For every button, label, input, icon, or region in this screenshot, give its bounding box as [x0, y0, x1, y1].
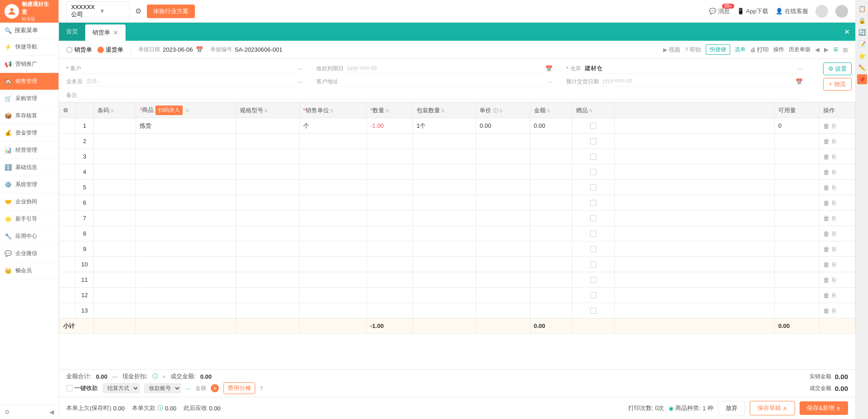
th-settings[interactable]: ⚙	[59, 103, 76, 118]
expected-date-calendar-icon[interactable]: 📅	[795, 78, 803, 85]
row-gift-cell[interactable]	[572, 303, 614, 318]
row-gift-cell[interactable]	[572, 164, 614, 180]
tab-home[interactable]: 首页	[59, 23, 85, 41]
row-amount-cell[interactable]	[530, 211, 572, 226]
row-amount-cell[interactable]	[530, 288, 572, 303]
scan-btn[interactable]: 扫码录入	[155, 106, 183, 115]
grid-view-icon[interactable]: ⊞	[843, 46, 848, 53]
row-qty-cell[interactable]	[366, 211, 412, 226]
tab-sales-order[interactable]: 销货单 ✕	[85, 24, 126, 41]
salesperson-more-icon[interactable]: ···	[298, 78, 303, 85]
row-spec-cell[interactable]	[236, 226, 299, 241]
right-panel-icon-3[interactable]: 📝	[857, 39, 867, 49]
customer-address-more-icon[interactable]: ···	[548, 78, 553, 85]
window-close-icon[interactable]: ✕	[844, 28, 850, 36]
row-price-cell[interactable]: 0.00	[476, 118, 530, 134]
row-delete-btn[interactable]: 🗑	[823, 230, 829, 237]
account-more-icon[interactable]: ···	[186, 385, 191, 392]
row-delete-btn[interactable]: 🗑	[823, 307, 829, 314]
radio-sale[interactable]: 销货单	[66, 46, 92, 54]
row-delete-btn[interactable]: 🗑	[823, 261, 829, 268]
row-copy-btn[interactable]: ⎘	[832, 199, 836, 207]
row-unit-cell[interactable]	[299, 241, 366, 257]
row-unit-cell[interactable]	[299, 288, 366, 303]
row-gift-cell[interactable]	[572, 288, 614, 303]
row-delete-btn[interactable]: 🗑	[823, 199, 829, 207]
customer-more-icon[interactable]: ···	[298, 65, 303, 72]
row-delete-btn[interactable]: 🗑	[823, 138, 829, 145]
row-delete-btn[interactable]: 🗑	[823, 276, 829, 284]
row-amount-cell[interactable]	[530, 272, 572, 288]
row-price-cell[interactable]	[476, 180, 530, 195]
sidebar-item-guide[interactable]: 🌟 新手引导	[0, 211, 58, 228]
right-panel-icon-0[interactable]: 📋	[857, 4, 867, 14]
history-btn[interactable]: 历史单据	[789, 46, 810, 53]
sidebar-item-member[interactable]: 👑 畅会员	[0, 262, 58, 279]
row-copy-btn[interactable]: ⎘	[832, 169, 836, 176]
row-gift-cell[interactable]	[572, 195, 614, 211]
row-price-cell[interactable]	[476, 288, 530, 303]
row-pack-qty-cell[interactable]	[413, 272, 476, 288]
sidebar-collapse-icon[interactable]: ◀	[49, 409, 54, 415]
row-delete-btn[interactable]: 🗑	[823, 292, 829, 299]
sidebar-item-system[interactable]: ⚙️ 系统管理	[0, 176, 58, 193]
right-panel-icon-5[interactable]: ✏️	[857, 63, 867, 72]
row-price-cell[interactable]	[476, 257, 530, 272]
sidebar-item-corpwechat[interactable]: 💬 企业微信	[0, 245, 58, 262]
row-unit-cell[interactable]	[299, 303, 366, 318]
row-unit-cell[interactable]	[299, 134, 366, 149]
row-copy-btn[interactable]: ⎘	[832, 122, 836, 130]
row-barcode-cell[interactable]	[94, 226, 136, 241]
debt-info-icon[interactable]: ⓘ	[157, 404, 163, 412]
row-qty-cell[interactable]	[366, 180, 412, 195]
sidebar-item-collab[interactable]: 🤝 企业协同	[0, 193, 58, 211]
row-price-cell[interactable]	[476, 303, 530, 318]
logistics-btn[interactable]: + 物流	[823, 78, 852, 91]
search-menu[interactable]: 🔍 搜索菜单	[0, 23, 58, 39]
row-qty-cell[interactable]	[366, 195, 412, 211]
row-price-cell[interactable]	[476, 195, 530, 211]
remarks-input[interactable]	[79, 90, 803, 100]
row-unit-cell[interactable]	[299, 272, 366, 288]
sidebar-item-info[interactable]: ℹ️ 基础信息	[0, 159, 58, 176]
account-select[interactable]: 收款账号	[144, 383, 181, 393]
company-selector[interactable]: XXXXXX公司 ▼	[66, 1, 130, 21]
warehouse-input[interactable]: 建材仓	[583, 63, 796, 74]
row-product-cell[interactable]	[136, 226, 236, 241]
row-price-cell[interactable]	[476, 134, 530, 149]
row-spec-cell[interactable]	[236, 303, 299, 318]
salesperson-input[interactable]: 选择...	[84, 77, 296, 87]
row-spec-cell[interactable]	[236, 272, 299, 288]
row-barcode-cell[interactable]	[94, 272, 136, 288]
row-unit-cell[interactable]	[299, 164, 366, 180]
row-pack-qty-cell[interactable]	[413, 241, 476, 257]
discard-btn[interactable]: 放弃	[718, 401, 745, 415]
app-download-btn[interactable]: 📱 App下载	[737, 7, 768, 15]
help-btn[interactable]: ? 帮助	[685, 46, 701, 54]
row-copy-btn[interactable]: ⎘	[832, 153, 836, 160]
row-gift-cell[interactable]	[572, 226, 614, 241]
row-pack-qty-cell[interactable]	[413, 180, 476, 195]
product-type-radio-icon[interactable]: ◉	[669, 405, 674, 412]
row-product-cell[interactable]	[136, 134, 236, 149]
row-amount-cell[interactable]	[530, 303, 572, 318]
row-barcode-cell[interactable]	[94, 303, 136, 318]
cost-split-btn[interactable]: 费用分摊	[223, 382, 255, 394]
row-unit-cell[interactable]	[299, 226, 366, 241]
row-delete-btn[interactable]: 🗑	[823, 246, 829, 253]
row-product-cell[interactable]	[136, 180, 236, 195]
row-gift-cell[interactable]	[572, 257, 614, 272]
row-spec-cell[interactable]	[236, 134, 299, 149]
topbar-gear-icon[interactable]: ⚙	[135, 7, 141, 15]
row-spec-cell[interactable]	[236, 195, 299, 211]
user-avatar[interactable]	[815, 5, 828, 18]
nav-prev-icon[interactable]: ◀	[815, 46, 820, 53]
row-copy-btn[interactable]: ⎘	[832, 261, 836, 268]
row-unit-cell[interactable]	[299, 149, 366, 164]
sidebar-item-sales[interactable]: 🏠 销售管理	[0, 73, 58, 90]
row-qty-cell[interactable]	[366, 272, 412, 288]
row-amount-cell[interactable]	[530, 241, 572, 257]
row-qty-cell[interactable]	[366, 303, 412, 318]
row-qty-cell[interactable]	[366, 149, 412, 164]
row-pack-qty-cell[interactable]	[413, 195, 476, 211]
